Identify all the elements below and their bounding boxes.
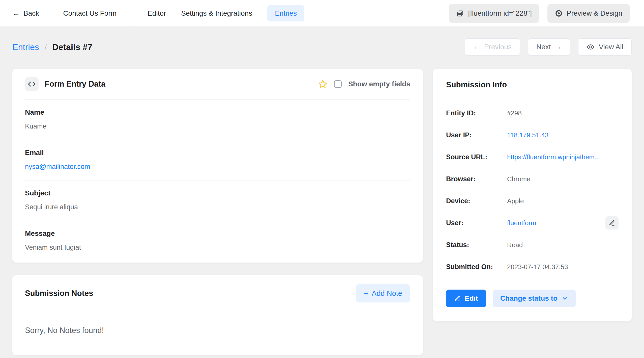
- favorite-star-icon[interactable]: [318, 79, 328, 89]
- entry-field-subject: Subject Sequi irure aliqua: [25, 181, 410, 221]
- field-label: Message: [25, 229, 410, 238]
- form-title: Contact Us Form: [50, 0, 130, 27]
- view-all-eye-icon: [587, 43, 595, 51]
- breadcrumb-row: Entries / Details #7 ← Previous Next →: [12, 38, 632, 56]
- add-note-label: Add Note: [372, 289, 402, 298]
- previous-label: Previous: [484, 43, 512, 51]
- info-label: Status:: [446, 241, 507, 249]
- notes-card-header: Submission Notes + Add Note: [12, 275, 423, 310]
- main-content: Form Entry Data Show empty fields: [12, 69, 632, 355]
- field-value: Kuame: [25, 122, 410, 130]
- email-link[interactable]: nysa@mailinator.com: [25, 163, 410, 171]
- entry-fields: Name Kuame Email nysa@mailinator.com Sub…: [12, 100, 423, 263]
- field-label: Subject: [25, 189, 410, 197]
- show-empty-fields-label: Show empty fields: [348, 80, 410, 88]
- info-value: Apple: [507, 197, 524, 205]
- next-entry-button[interactable]: Next →: [528, 38, 570, 56]
- user-ip-link[interactable]: 118.179.51.43: [507, 131, 548, 139]
- back-arrow-icon: ←: [12, 9, 20, 18]
- info-label: Submitted On:: [446, 263, 507, 271]
- edit-label: Edit: [465, 294, 478, 302]
- code-icon: [25, 77, 39, 91]
- submission-info-actions: Edit Change status to: [446, 290, 619, 307]
- edit-entry-button[interactable]: Edit: [446, 290, 486, 307]
- field-label: Email: [25, 149, 410, 157]
- tab-settings-integrations[interactable]: Settings & Integrations: [181, 9, 252, 17]
- arrow-right-icon: →: [555, 43, 562, 51]
- info-row-source-url: Source URL: https://fluentform.wpninjath…: [446, 146, 619, 168]
- info-row-device: Device: Apple: [446, 190, 619, 212]
- field-label: Name: [25, 108, 410, 116]
- left-column: Form Entry Data Show empty fields: [12, 69, 423, 355]
- plus-icon: +: [364, 289, 368, 298]
- shortcode-button[interactable]: [fluentform id="228"]: [449, 4, 539, 23]
- info-row-entity-id: Entity ID: #298: [446, 102, 619, 124]
- no-notes-message: Sorry, No Notes found!: [12, 310, 423, 355]
- preview-design-label: Preview & Design: [567, 9, 622, 17]
- page-title: Details #7: [52, 42, 92, 52]
- previous-entry-button[interactable]: ← Previous: [465, 38, 520, 56]
- submission-info-rows: Entity ID: #298 User IP: 118.179.51.43 S…: [446, 102, 619, 278]
- info-row-user: User: fluentform: [446, 212, 619, 234]
- entry-field-message: Message Veniam sunt fugiat: [25, 221, 410, 261]
- add-note-button[interactable]: + Add Note: [356, 284, 410, 302]
- page-body: Entries / Details #7 ← Previous Next →: [0, 38, 644, 355]
- back-button[interactable]: ← Back: [0, 0, 50, 27]
- submission-info-title: Submission Info: [446, 80, 619, 99]
- field-value: Sequi irure aliqua: [25, 203, 410, 211]
- entry-card-header: Form Entry Data Show empty fields: [12, 69, 423, 99]
- info-value: #298: [507, 109, 522, 117]
- back-label: Back: [23, 9, 39, 17]
- submission-notes-card: Submission Notes + Add Note Sorry, No No…: [12, 275, 423, 355]
- breadcrumb-separator: /: [45, 43, 47, 52]
- submission-info-card: Submission Info Entity ID: #298 User IP:…: [433, 69, 632, 321]
- topbar-tabs: Editor Settings & Integrations Entries: [148, 0, 304, 27]
- tab-editor[interactable]: Editor: [148, 9, 166, 17]
- copy-icon: [456, 10, 464, 17]
- entry-card-title: Form Entry Data: [45, 80, 105, 89]
- preview-design-button[interactable]: Preview & Design: [547, 4, 630, 23]
- info-label: Entity ID:: [446, 109, 507, 117]
- info-label: User IP:: [446, 131, 507, 139]
- info-row-user-ip: User IP: 118.179.51.43: [446, 124, 619, 146]
- info-value: Chrome: [507, 175, 530, 183]
- field-value: Veniam sunt fugiat: [25, 244, 410, 251]
- entry-pager: ← Previous Next → View All: [465, 38, 632, 56]
- topbar-actions: [fluentform id="228"] Preview & Design: [449, 0, 644, 27]
- info-value: 2023-07-17 04:37:53: [507, 263, 568, 271]
- change-status-button[interactable]: Change status to: [493, 290, 576, 307]
- chevron-down-icon: [562, 295, 568, 302]
- info-row-status: Status: Read: [446, 234, 619, 256]
- pencil-icon: [609, 220, 615, 226]
- next-label: Next: [536, 43, 551, 51]
- show-empty-fields-checkbox[interactable]: [334, 80, 342, 88]
- preview-eye-icon: [555, 10, 563, 17]
- user-link[interactable]: fluentform: [507, 219, 536, 227]
- status-value: Read: [507, 241, 523, 249]
- info-label: User:: [446, 219, 507, 227]
- topbar: ← Back Contact Us Form Editor Settings &…: [0, 0, 644, 27]
- entry-field-email: Email nysa@mailinator.com: [25, 140, 410, 181]
- form-entry-data-card: Form Entry Data Show empty fields: [12, 69, 423, 263]
- arrow-left-icon: ←: [473, 43, 480, 51]
- breadcrumb: Entries / Details #7: [12, 42, 92, 52]
- shortcode-label: [fluentform id="228"]: [468, 9, 532, 17]
- info-row-browser: Browser: Chrome: [446, 168, 619, 190]
- notes-card-title: Submission Notes: [25, 289, 93, 298]
- info-label: Browser:: [446, 175, 507, 183]
- view-all-button[interactable]: View All: [578, 38, 632, 56]
- info-label: Source URL:: [446, 153, 507, 161]
- right-column: Submission Info Entity ID: #298 User IP:…: [433, 69, 632, 321]
- info-label: Device:: [446, 197, 507, 205]
- pencil-icon: [454, 295, 461, 302]
- entry-field-name: Name Kuame: [25, 100, 410, 140]
- edit-user-button[interactable]: [605, 216, 619, 229]
- view-all-label: View All: [599, 43, 623, 51]
- tab-entries[interactable]: Entries: [267, 5, 304, 21]
- info-row-submitted-on: Submitted On: 2023-07-17 04:37:53: [446, 256, 619, 278]
- source-url-link[interactable]: https://fluentform.wpninjathem...: [507, 153, 600, 161]
- change-status-label: Change status to: [500, 294, 558, 302]
- breadcrumb-entries-link[interactable]: Entries: [12, 42, 39, 52]
- entry-card-tools: Show empty fields: [318, 79, 410, 89]
